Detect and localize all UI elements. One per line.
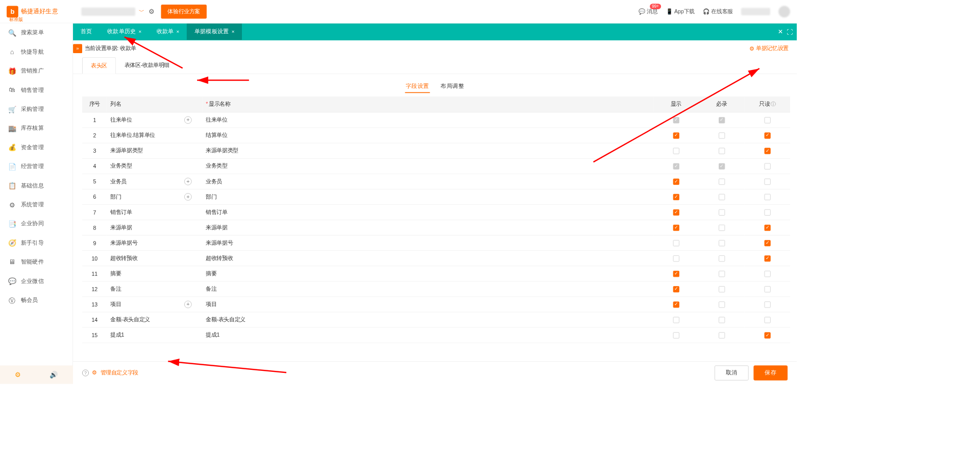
close-icon[interactable]: ×	[177, 29, 180, 34]
sidebar-item[interactable]: 🖥智能硬件	[0, 252, 72, 271]
display-name-cell[interactable]: 超收转预收	[203, 251, 653, 266]
checkbox[interactable]	[764, 286, 770, 292]
display-name-cell[interactable]: 来源单据	[203, 220, 653, 235]
tab[interactable]: 收款单×	[149, 23, 187, 40]
checkbox[interactable]	[673, 286, 679, 292]
checkbox[interactable]	[719, 332, 725, 338]
tab[interactable]: 单据模板设置×	[187, 23, 242, 40]
checkbox[interactable]	[673, 301, 679, 308]
sidebar-item[interactable]: 🏬库存核算	[0, 119, 72, 138]
tab[interactable]: 首页	[73, 23, 100, 40]
checkbox[interactable]	[719, 194, 725, 200]
plus-icon[interactable]: +	[184, 178, 192, 185]
subtab[interactable]: 表体区-收款单明细	[116, 57, 178, 74]
display-name-cell[interactable]: 金额-表头自定义	[203, 312, 653, 327]
checkbox[interactable]	[719, 317, 725, 323]
checkbox[interactable]	[719, 148, 725, 154]
sidebar-item[interactable]: 💰资金管理	[0, 138, 72, 157]
sidebar-item[interactable]: 📄经营管理	[0, 157, 72, 176]
avatar[interactable]	[778, 6, 790, 17]
checkbox[interactable]	[764, 132, 770, 138]
download-link[interactable]: 📱 App下载	[666, 8, 695, 15]
sidebar-item[interactable]: 📋基础信息	[0, 176, 72, 195]
checkbox[interactable]	[719, 225, 725, 231]
checkbox[interactable]	[719, 240, 725, 246]
checkbox[interactable]	[673, 132, 679, 138]
username[interactable]	[741, 8, 770, 15]
checkbox[interactable]	[673, 271, 679, 277]
sidebar-item[interactable]: Ⓥ畅会员	[0, 291, 72, 310]
company-selector[interactable]: ﹀	[81, 7, 144, 15]
checkbox[interactable]	[673, 255, 679, 262]
checkbox[interactable]	[764, 163, 770, 170]
display-name-cell[interactable]: 提成1	[203, 327, 653, 343]
sidebar-item[interactable]: 🎁营销推广	[0, 61, 72, 80]
checkbox[interactable]	[764, 117, 770, 123]
close-all-icon[interactable]: ✕	[778, 28, 783, 35]
display-name-cell[interactable]: 部门	[203, 189, 653, 204]
tab[interactable]: 收款单历史×	[100, 23, 149, 40]
checkbox[interactable]	[764, 240, 770, 246]
memory-settings-link[interactable]: ⚙ 单据记忆设置	[749, 45, 795, 53]
cancel-button[interactable]: 取消	[715, 365, 749, 380]
checkbox[interactable]	[673, 240, 679, 246]
cta-button[interactable]: 体验行业方案	[161, 5, 206, 19]
checkbox[interactable]	[764, 317, 770, 323]
display-name-cell[interactable]: 业务类型	[203, 158, 653, 174]
settings-icon[interactable]: ⚙	[15, 371, 20, 379]
checkbox[interactable]	[673, 209, 679, 216]
sidebar-item[interactable]: 🧭新手引导	[0, 233, 72, 252]
checkbox[interactable]	[673, 317, 679, 323]
inner-tab[interactable]: 布局调整	[440, 80, 465, 93]
plus-icon[interactable]: +	[184, 301, 192, 309]
sidebar-item[interactable]: ⚙系统管理	[0, 195, 72, 214]
checkbox[interactable]	[719, 132, 725, 138]
checkbox[interactable]	[764, 194, 770, 200]
messages-link[interactable]: 💬 消息 99+	[639, 8, 657, 15]
service-link[interactable]: 🎧 在线客服	[703, 8, 733, 15]
checkbox[interactable]	[764, 209, 770, 216]
plus-icon[interactable]: +	[184, 193, 192, 201]
checkbox[interactable]	[719, 179, 725, 185]
checkbox[interactable]	[764, 271, 770, 277]
inner-tab[interactable]: 字段设置	[405, 80, 430, 93]
checkbox[interactable]	[719, 209, 725, 216]
checkbox[interactable]	[719, 301, 725, 308]
close-icon[interactable]: ×	[139, 29, 142, 34]
checkbox[interactable]	[719, 255, 725, 262]
checkbox[interactable]	[764, 332, 770, 338]
fullscreen-icon[interactable]: ⛶	[787, 28, 793, 35]
checkbox[interactable]	[764, 301, 770, 308]
checkbox[interactable]	[719, 271, 725, 277]
sidebar-item[interactable]: 📑企业协同	[0, 215, 72, 233]
checkbox[interactable]	[673, 194, 679, 200]
checkbox[interactable]	[764, 148, 770, 154]
sidebar-item[interactable]: 🛒采购管理	[0, 100, 72, 119]
checkbox[interactable]	[673, 225, 679, 231]
display-name-cell[interactable]: 往来单位	[203, 112, 653, 128]
checkbox[interactable]	[673, 179, 679, 185]
display-name-cell[interactable]: 结算单位	[203, 128, 653, 143]
manage-custom-fields-link[interactable]: ? ⚙ 管理自定义字段	[82, 369, 138, 376]
sidebar-item[interactable]: 💬企业微信	[0, 272, 72, 291]
sidebar-item[interactable]: 🛍销售管理	[0, 81, 72, 100]
plus-icon[interactable]: +	[184, 116, 192, 124]
display-name-cell[interactable]: 销售订单	[203, 204, 653, 220]
display-name-cell[interactable]: 摘要	[203, 266, 653, 281]
gear-icon[interactable]: ⚙	[149, 8, 154, 15]
sound-icon[interactable]: 🔊	[50, 371, 58, 379]
sidebar-toggle[interactable]: »	[73, 44, 82, 53]
save-button[interactable]: 保存	[753, 365, 788, 380]
checkbox[interactable]	[764, 255, 770, 262]
subtab[interactable]: 表头区	[82, 57, 116, 74]
sidebar-item[interactable]: ⌂快捷导航	[0, 42, 72, 61]
display-name-cell[interactable]: 来源单据号	[203, 235, 653, 251]
display-name-cell[interactable]: 业务员	[203, 174, 653, 189]
checkbox[interactable]	[673, 148, 679, 154]
display-name-cell[interactable]: 来源单据类型	[203, 143, 653, 158]
checkbox[interactable]	[673, 332, 679, 338]
checkbox[interactable]	[764, 179, 770, 185]
sidebar-item[interactable]: 🔍搜索菜单	[0, 23, 72, 42]
checkbox[interactable]	[764, 225, 770, 231]
display-name-cell[interactable]: 项目	[203, 297, 653, 312]
